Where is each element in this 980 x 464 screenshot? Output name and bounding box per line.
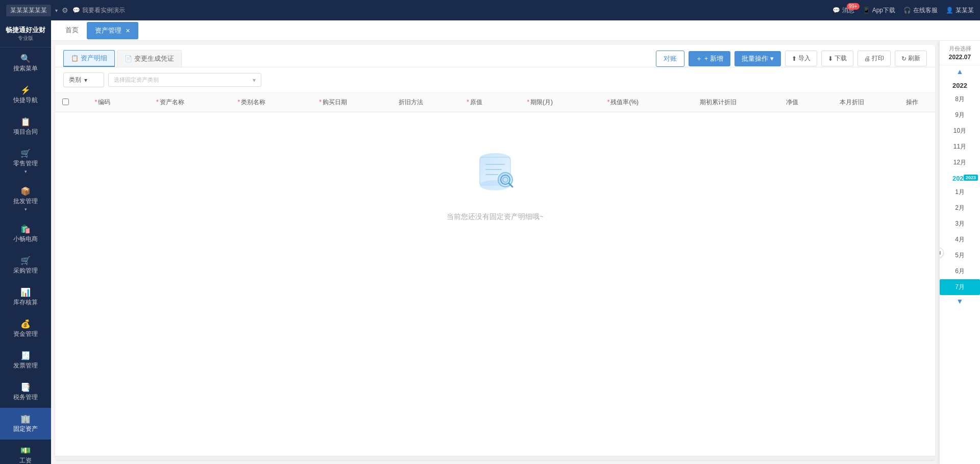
sidebar-item-label: 库存核算 [13, 298, 38, 307]
retail-icon: 🛒 [20, 149, 31, 158]
sidebar-item-retail-mgmt[interactable]: 🛒 零售管理 ▾ [0, 142, 51, 180]
tab-asset-mgmt[interactable]: 资产管理 ✕ [87, 22, 138, 39]
sidebar-item-salary[interactable]: 💵 工资 [0, 439, 51, 464]
sidebar-item-label: 工资 [19, 456, 32, 464]
ecommerce-icon: 🛍️ [20, 224, 31, 234]
filter-input-dropdown-icon: ▾ [253, 77, 256, 84]
sidebar-item-purchase-mgmt[interactable]: 🛒 采购管理 [0, 250, 51, 281]
month-item-6[interactable]: 6月 [940, 263, 980, 279]
month-item-9[interactable]: 9月 [940, 107, 980, 123]
month-item-5[interactable]: 5月 [940, 248, 980, 263]
reconcile-button[interactable]: 对账 [656, 51, 684, 67]
top-bar-right: 💬 消息 99+ 📱 App下载 🎧 在线客服 👤 某某某 [832, 6, 974, 15]
filter-dropdown-icon: ▾ [84, 77, 87, 84]
user-avatar[interactable]: 👤 某某某 [946, 6, 974, 15]
headset-icon: 🎧 [903, 7, 911, 14]
download-button[interactable]: ⬇ 下载 [821, 51, 853, 66]
year-2022-label: 2022 [940, 78, 980, 91]
messages-button[interactable]: 💬 消息 99+ [832, 6, 854, 15]
sidebar-item-invoice-mgmt[interactable]: 🧾 发票管理 [0, 345, 51, 376]
tab-close-icon[interactable]: ✕ [126, 28, 130, 34]
batch-icon: 📦 [20, 186, 31, 196]
sub-tabs-row: 📋 资产明细 📄 变更生成凭证 对账 ＋ + 新增 [55, 45, 935, 67]
main-layout: 畅捷通好业财 专业版 🔍 搜索菜单 ⚡ 快捷导航 📋 项目合同 🛒 零售管理 ▾… [0, 20, 980, 464]
sidebar-item-quick-nav[interactable]: ⚡ 快捷导航 [0, 79, 51, 111]
settings-icon[interactable]: ⚙ [62, 6, 68, 14]
month-item-2[interactable]: 2月 [940, 200, 980, 216]
current-month-display: 2022.07 [942, 54, 978, 61]
month-panel-title: 月份选择 [942, 45, 978, 53]
asset-detail-icon: 📋 [71, 55, 79, 62]
sidebar-item-label: 固定资产 [13, 425, 38, 433]
sidebar-item-project-contract[interactable]: 📋 项目合同 [0, 111, 51, 142]
add-button[interactable]: ＋ + 新增 [689, 51, 730, 66]
category-filter-select[interactable]: 类别 ▾ [63, 72, 104, 87]
category-placeholder: 选择固定资产类别 [114, 76, 159, 84]
sidebar-item-label: 资金管理 [13, 330, 38, 338]
top-bar: 某某某某某某 ▾ ⚙ 💬 我要看实例演示 💬 消息 99+ 📱 App下载 🎧 … [0, 0, 980, 20]
toolbar: 对账 ＋ + 新增 批量操作 ▾ ⬆ 导入 [656, 51, 927, 67]
year-2023-label: 2023 2023 [940, 170, 980, 184]
batch-ops-button[interactable]: 批量操作 ▾ [734, 51, 781, 66]
app-subtitle: 专业版 [4, 35, 47, 42]
main-panel: 📋 资产明细 📄 变更生成凭证 对账 ＋ + 新增 [55, 45, 935, 460]
month-item-1[interactable]: 1月 [940, 184, 980, 200]
demo-link[interactable]: 💬 我要看实例演示 [72, 6, 125, 15]
print-icon: 🖨 [864, 55, 870, 62]
tab-home[interactable]: 首页 [57, 21, 87, 40]
sub-tab-change-voucher[interactable]: 📄 变更生成凭证 [117, 50, 182, 67]
user-icon: 👤 [946, 7, 953, 14]
month-item-4[interactable]: 4月 [940, 232, 980, 248]
empty-state-message: 当前您还没有固定资产明细哦~ [447, 212, 544, 222]
download-icon: 📱 [863, 7, 870, 14]
online-service-button[interactable]: 🎧 在线客服 [903, 6, 938, 15]
sidebar-item-label: 发票管理 [13, 361, 38, 370]
month-item-7[interactable]: 7月 [940, 279, 980, 295]
project-icon: 📋 [20, 117, 31, 127]
batch-dropdown-icon: ▾ [770, 55, 774, 62]
import-button[interactable]: ⬆ 导入 [785, 51, 817, 66]
sidebar-item-label: 快捷导航 [13, 96, 38, 105]
sidebar-item-fund-mgmt[interactable]: 💰 资金管理 [0, 313, 51, 345]
month-scroll-down-button[interactable]: ▼ [954, 295, 966, 307]
sidebar: 畅捷通好业财 专业版 🔍 搜索菜单 ⚡ 快捷导航 📋 项目合同 🛒 零售管理 ▾… [0, 20, 51, 464]
app-title: 畅捷通好业财 [4, 26, 47, 35]
sidebar-item-search-menu[interactable]: 🔍 搜索菜单 [0, 47, 51, 79]
invoice-icon: 🧾 [20, 351, 31, 360]
month-item-8[interactable]: 8月 [940, 91, 980, 107]
sidebar-item-label: 税务管理 [13, 393, 38, 402]
page-content: 📋 资产明细 📄 变更生成凭证 对账 ＋ + 新增 [51, 41, 980, 464]
quick-nav-icon: ⚡ [20, 85, 31, 95]
sidebar-item-tax-mgmt[interactable]: 📑 税务管理 [0, 376, 51, 408]
print-button[interactable]: 🖨 打印 [857, 51, 891, 66]
sidebar-item-label: 小畅电商 [13, 235, 38, 243]
sidebar-logo: 畅捷通好业财 专业版 [0, 20, 51, 47]
search-menu-icon: 🔍 [20, 54, 31, 63]
chevron-down-icon: ▾ [24, 169, 27, 174]
inventory-icon: 📊 [20, 287, 31, 297]
month-scroll-up-button[interactable]: ▲ [954, 65, 966, 78]
tax-icon: 📑 [20, 382, 31, 392]
refresh-button[interactable]: ↻ 刷新 [895, 51, 927, 66]
chevron-down-icon: ▾ [24, 207, 27, 212]
sub-tab-asset-detail[interactable]: 📋 资产明细 [63, 50, 115, 67]
app-download-button[interactable]: 📱 App下载 [863, 6, 895, 15]
sidebar-item-batch-mgmt[interactable]: 📦 批发管理 ▾ [0, 180, 51, 218]
category-filter-input[interactable]: 选择固定资产类别 ▾ [108, 73, 261, 87]
month-item-10[interactable]: 10月 [940, 123, 980, 139]
company-dropdown-icon[interactable]: ▾ [55, 8, 58, 13]
refresh-icon: ↻ [901, 55, 906, 62]
sidebar-item-label: 搜索菜单 [13, 64, 38, 73]
month-item-12[interactable]: 12月 [940, 155, 980, 170]
month-item-11[interactable]: 11月 [940, 139, 980, 155]
select-all-checkbox[interactable] [62, 99, 69, 105]
year-current-badge: 2023 [964, 175, 978, 181]
bottom-scrollbar[interactable] [55, 456, 935, 460]
month-panel-header: 月份选择 2022.07 [940, 41, 980, 65]
company-name[interactable]: 某某某某某某 [6, 5, 51, 16]
sidebar-item-ecommerce[interactable]: 🛍️ 小畅电商 [0, 218, 51, 250]
fixed-assets-icon: 🏢 [20, 414, 31, 424]
month-item-3[interactable]: 3月 [940, 216, 980, 232]
sidebar-item-inventory[interactable]: 📊 库存核算 [0, 281, 51, 313]
sidebar-item-fixed-assets[interactable]: 🏢 固定资产 [0, 408, 51, 439]
